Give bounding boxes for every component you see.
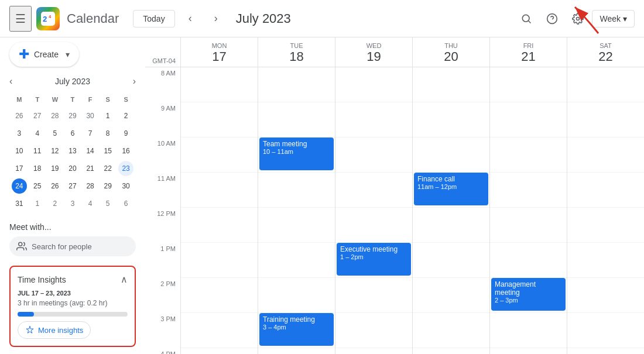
mini-cal-day[interactable]: 18: [29, 160, 46, 177]
mini-cal-day[interactable]: 19: [47, 160, 63, 177]
mini-cal-day[interactable]: 13: [64, 143, 81, 159]
search-icon[interactable]: [515, 7, 538, 30]
mini-cal-day[interactable]: 26: [11, 108, 28, 124]
time-insights-header: Time Insights ∧: [18, 274, 128, 285]
mini-cal-day[interactable]: 1: [29, 195, 46, 212]
mini-cal-day[interactable]: 27: [64, 178, 81, 194]
mini-cal-day[interactable]: 29: [100, 178, 116, 194]
time-labels-column: 8 AM9 AM10 AM11 AM12 PM1 PM2 PM3 PM4 PM5…: [145, 67, 180, 354]
mini-cal-day[interactable]: 2: [47, 195, 63, 212]
search-people[interactable]: Search for people: [9, 236, 136, 256]
mini-cal-day[interactable]: 26: [47, 178, 63, 194]
today-highlight: 24: [12, 178, 27, 194]
mini-cal-day[interactable]: 20: [64, 160, 81, 177]
mini-cal-day[interactable]: 9: [117, 125, 135, 142]
mini-cal-day[interactable]: 14: [82, 143, 98, 159]
mini-cal-day[interactable]: 11: [29, 143, 46, 159]
mini-cal-day[interactable]: 4: [29, 125, 46, 142]
mini-cal-day[interactable]: 12: [47, 143, 63, 159]
day-number[interactable]: 21: [492, 49, 564, 64]
mini-cal-weekday: W: [47, 92, 63, 106]
mini-cal-day[interactable]: 23: [117, 160, 135, 177]
mini-cal-day[interactable]: 5: [47, 125, 63, 142]
event-training-meeting[interactable]: Training meeting3 – 4pm: [259, 313, 334, 346]
day-of-week: WED: [338, 42, 410, 49]
more-insights-button[interactable]: More insights: [18, 321, 91, 339]
event-finance-call[interactable]: Finance call11am – 12pm: [414, 173, 488, 205]
hour-line: [567, 313, 644, 348]
mini-cal-day[interactable]: 28: [82, 178, 98, 194]
cal-day-header-19: WED19: [335, 37, 412, 67]
create-button[interactable]: ✚ Create ▾: [9, 42, 79, 67]
hour-line: [490, 173, 567, 208]
mini-cal-day[interactable]: 30: [82, 108, 98, 124]
day-number[interactable]: 22: [570, 49, 642, 64]
mini-cal-day[interactable]: 21: [82, 160, 98, 177]
event-title: Finance call: [417, 175, 485, 183]
hour-line: [335, 173, 412, 208]
today-button[interactable]: Today: [133, 10, 174, 28]
hour-line: [490, 313, 567, 348]
day-number[interactable]: 18: [261, 49, 333, 64]
hour-line: [413, 278, 489, 313]
day-number[interactable]: 20: [415, 49, 487, 64]
cal-day-header-21: FRI21: [489, 37, 567, 67]
meet-with-label: Meet with...: [9, 222, 136, 232]
hour-line: [567, 208, 644, 243]
mini-cal-day[interactable]: 5: [100, 195, 116, 212]
event-team-meeting[interactable]: Team meeting10 – 11am: [259, 138, 334, 170]
day-number[interactable]: 19: [338, 49, 410, 64]
mini-cal-weekday: M: [11, 92, 28, 106]
mini-cal-day[interactable]: 15: [100, 143, 116, 159]
mini-cal-day[interactable]: 2: [117, 108, 135, 124]
mini-cal-day[interactable]: 3: [11, 125, 28, 142]
day-of-week: TUE: [261, 42, 333, 49]
event-title: Training meeting: [263, 315, 330, 324]
mini-cal-day[interactable]: 4: [82, 195, 98, 212]
mini-cal-day[interactable]: 1: [100, 108, 116, 124]
hour-line: [181, 313, 258, 348]
mini-cal-day[interactable]: 6: [64, 125, 81, 142]
hour-line: [335, 67, 412, 102]
mini-cal-day[interactable]: 22: [100, 160, 116, 177]
cal-column-17: [180, 67, 258, 354]
cal-day-header-22: SAT22: [567, 37, 644, 67]
hour-line: [490, 138, 567, 173]
day-of-week: THU: [415, 42, 487, 49]
sparkle-icon: [25, 325, 35, 335]
mini-cal-day[interactable]: 31: [11, 195, 28, 212]
event-executive-meeting[interactable]: Executive meeting1 – 2pm: [337, 243, 411, 276]
mini-cal-next[interactable]: ›: [133, 76, 136, 87]
mini-cal-day[interactable]: 8: [100, 125, 116, 142]
cal-column-22: [567, 67, 644, 354]
mini-cal-prev[interactable]: ‹: [9, 76, 12, 87]
mini-cal-day[interactable]: 7: [82, 125, 98, 142]
day-number[interactable]: 17: [183, 49, 255, 64]
mini-cal-day[interactable]: 17: [11, 160, 28, 177]
insights-hours: 3 hr in meetings (avg: 0.2 hr): [18, 299, 128, 307]
mini-cal-day[interactable]: 6: [117, 195, 135, 212]
next-nav-button[interactable]: ›: [205, 8, 227, 29]
hour-line: [413, 67, 489, 102]
mini-cal-day[interactable]: 27: [29, 108, 46, 124]
hour-line: [490, 348, 567, 354]
mini-cal-grid: MTWTFSS 26272829301234567891011121314151…: [9, 91, 136, 213]
menu-icon[interactable]: ☰: [9, 6, 32, 32]
time-label: 2 PM: [145, 278, 180, 313]
mini-cal-day[interactable]: 29: [64, 108, 81, 124]
settings-icon[interactable]: [566, 7, 590, 30]
time-insights-collapse[interactable]: ∧: [121, 274, 128, 285]
event-management-meeting[interactable]: Management meeting2 – 3pm: [491, 278, 566, 311]
view-selector[interactable]: Week ▾: [592, 10, 635, 28]
time-label: 8 AM: [145, 67, 180, 102]
help-icon[interactable]: [540, 7, 564, 30]
app-name: Calendar: [67, 11, 119, 26]
mini-cal-day[interactable]: 30: [117, 178, 135, 194]
mini-cal-day[interactable]: 25: [29, 178, 46, 194]
mini-cal-day[interactable]: 24: [11, 178, 28, 194]
mini-cal-day[interactable]: 3: [64, 195, 81, 212]
mini-cal-day[interactable]: 16: [117, 143, 135, 159]
mini-cal-day[interactable]: 10: [11, 143, 28, 159]
prev-nav-button[interactable]: ‹: [180, 8, 201, 29]
mini-cal-day[interactable]: 28: [47, 108, 63, 124]
